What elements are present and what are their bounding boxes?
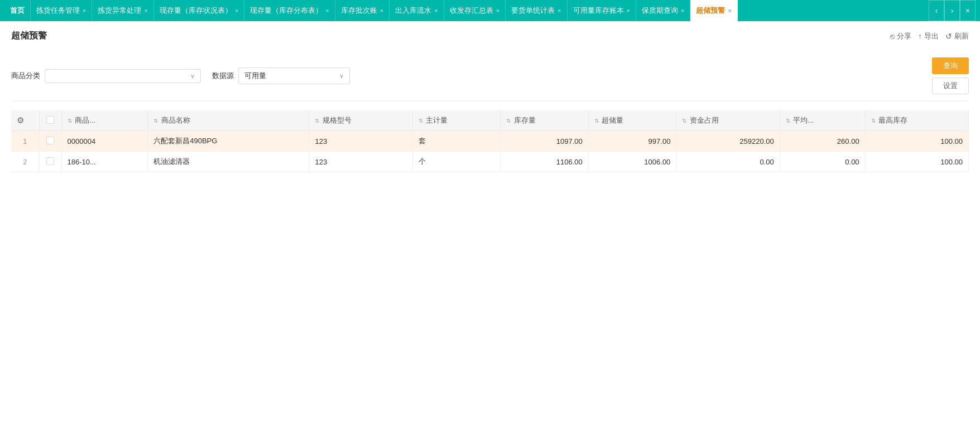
share-button[interactable]: ⎋ 分享: [890, 31, 911, 41]
table-header-code[interactable]: ⇅ 商品...: [61, 110, 148, 131]
row-2-checkbox[interactable]: [46, 157, 54, 165]
refresh-label: 刷新: [954, 31, 969, 41]
nav-tab-10[interactable]: 超储预警 ×: [690, 0, 737, 21]
nav-arrow-right[interactable]: ›: [944, 0, 960, 21]
nav-tab-close-0[interactable]: ×: [83, 7, 86, 14]
sort-avg-icon: ⇅: [786, 118, 790, 124]
filter-group-category: 商品分类 ∨: [11, 69, 201, 83]
col-label-stock: 库存量: [514, 116, 536, 124]
sort-code-icon: ⇅: [68, 118, 72, 124]
nav-tab-2[interactable]: 现存量（库存状况表） ×: [154, 0, 244, 21]
category-select[interactable]: ∨: [45, 69, 201, 83]
row-1-capital: 259220.00: [676, 131, 780, 152]
col-label-unit: 主计量: [426, 116, 448, 124]
nav-tab-close-5[interactable]: ×: [434, 7, 438, 14]
table-header-overflow[interactable]: ⇅ 超储量: [588, 110, 676, 131]
share-icon: ⎋: [890, 32, 895, 41]
export-icon: ↑: [918, 32, 922, 41]
nav-bar: 首页 拣货任务管理 × 拣货异常处理 × 现存量（库存状况表） × 现存量（库存…: [0, 0, 980, 21]
nav-tab-label-3: 现存量（库存分布表）: [250, 6, 323, 16]
nav-tab-9[interactable]: 保质期查询 ×: [636, 0, 690, 21]
table-header-unit[interactable]: ⇅ 主计量: [412, 110, 501, 131]
sort-capital-icon: ⇅: [682, 118, 686, 124]
nav-tab-close-2[interactable]: ×: [235, 7, 238, 14]
nav-tab-close-4[interactable]: ×: [380, 7, 383, 14]
nav-arrow-left[interactable]: ‹: [929, 0, 944, 21]
sort-unit-icon: ⇅: [419, 118, 423, 124]
sort-overflow-icon: ⇅: [594, 118, 599, 124]
nav-arrows: ‹ › ×: [929, 0, 976, 21]
row-1-index: 1: [11, 131, 39, 152]
table-header: ⚙ ⇅ 商品... ⇅ 商品名称 ⇅ 规格型号 ⇅: [11, 110, 969, 131]
sort-spec-icon: ⇅: [315, 118, 319, 124]
nav-tab-6[interactable]: 收发存汇总表 ×: [444, 0, 506, 21]
nav-tab-close-6[interactable]: ×: [496, 7, 499, 14]
nav-home-label: 首页: [10, 6, 25, 16]
datasource-select-value: 可用量: [244, 71, 266, 81]
page-title: 超储预警: [11, 30, 47, 42]
row-2-unit: 个: [412, 152, 501, 172]
nav-arrow-close[interactable]: ×: [960, 0, 976, 21]
table-header-maxstock[interactable]: ⇅ 最高库存: [865, 110, 968, 131]
nav-tab-label-5: 出入库流水: [395, 6, 431, 16]
table-header-capital[interactable]: ⇅ 资金占用: [676, 110, 780, 131]
nav-tab-8[interactable]: 可用量库存账本 ×: [568, 0, 636, 21]
row-2-avg: 0.00: [780, 152, 865, 172]
nav-tab-5[interactable]: 出入库流水 ×: [390, 0, 444, 21]
row-1-checkbox[interactable]: [46, 137, 54, 144]
category-chevron-icon: ∨: [190, 72, 195, 80]
filter-buttons: 查询 设置: [932, 57, 969, 94]
nav-tab-4[interactable]: 库存批次账 ×: [335, 0, 390, 21]
row-1-overflow: 997.00: [588, 131, 676, 152]
settings-button[interactable]: 设置: [932, 77, 969, 94]
row-1-name: 六配套新昌490BPG: [148, 131, 309, 152]
sort-maxstock-icon: ⇅: [871, 118, 876, 124]
table-row: 2 186-10... 机油滤清器 123 个 1106.00 1006.00 …: [11, 152, 969, 172]
nav-tab-close-7[interactable]: ×: [558, 7, 561, 14]
export-button[interactable]: ↑ 导出: [918, 31, 939, 41]
share-label: 分享: [897, 31, 911, 41]
data-table: ⚙ ⇅ 商品... ⇅ 商品名称 ⇅ 规格型号 ⇅: [11, 110, 969, 172]
row-1-unit: 套: [412, 131, 501, 152]
nav-tab-close-3[interactable]: ×: [325, 7, 329, 14]
row-2-overflow: 1006.00: [588, 152, 676, 172]
table-header-avg[interactable]: ⇅ 平均...: [780, 110, 865, 131]
nav-tab-3[interactable]: 现存量（库存分布表） ×: [244, 0, 335, 21]
col-label-code: 商品...: [75, 116, 95, 124]
table-header-name[interactable]: ⇅ 商品名称: [148, 110, 309, 131]
row-1-check[interactable]: [39, 131, 61, 152]
row-2-check[interactable]: [39, 152, 61, 172]
nav-tab-label-8: 可用量库存账本: [573, 6, 624, 16]
header-actions: ⎋ 分享 ↑ 导出 ↺ 刷新: [890, 31, 969, 41]
col-label-name: 商品名称: [161, 116, 190, 124]
table-header-gear[interactable]: ⚙: [11, 110, 39, 131]
nav-tab-close-10[interactable]: ×: [728, 7, 731, 14]
row-2-spec: 123: [309, 152, 412, 172]
nav-tab-label-1: 拣货异常处理: [98, 6, 141, 16]
nav-tab-1[interactable]: 拣货异常处理 ×: [92, 0, 153, 21]
nav-tab-close-1[interactable]: ×: [144, 7, 147, 14]
nav-tab-label-7: 要货单统计表: [511, 6, 555, 16]
datasource-select[interactable]: 可用量 ∨: [238, 67, 350, 84]
table-header-stock[interactable]: ⇅ 库存量: [501, 110, 589, 131]
table-header-row: ⚙ ⇅ 商品... ⇅ 商品名称 ⇅ 规格型号 ⇅: [11, 110, 969, 131]
row-1-maxstock: 100.00: [865, 131, 968, 152]
col-label-overflow: 超储量: [602, 116, 623, 124]
gear-icon[interactable]: ⚙: [17, 115, 24, 125]
nav-tab-label-9: 保质期查询: [642, 6, 678, 16]
nav-tab-close-8[interactable]: ×: [627, 7, 630, 14]
nav-tab-close-9[interactable]: ×: [681, 7, 684, 14]
datasource-label: 数据源: [212, 71, 234, 81]
query-button[interactable]: 查询: [932, 57, 969, 74]
select-all-checkbox[interactable]: [46, 116, 54, 124]
nav-tab-7[interactable]: 要货单统计表 ×: [506, 0, 567, 21]
refresh-button[interactable]: ↺ 刷新: [945, 31, 969, 41]
col-label-maxstock: 最高库存: [878, 116, 907, 124]
nav-home[interactable]: 首页: [4, 0, 31, 21]
table-body: 1 0000004 六配套新昌490BPG 123 套 1097.00 997.…: [11, 131, 969, 172]
nav-tab-0[interactable]: 拣货任务管理 ×: [31, 0, 92, 21]
row-2-code: 186-10...: [61, 152, 148, 172]
row-2-index: 2: [11, 152, 39, 172]
table-header-spec[interactable]: ⇅ 规格型号: [309, 110, 412, 131]
category-label: 商品分类: [11, 71, 40, 81]
